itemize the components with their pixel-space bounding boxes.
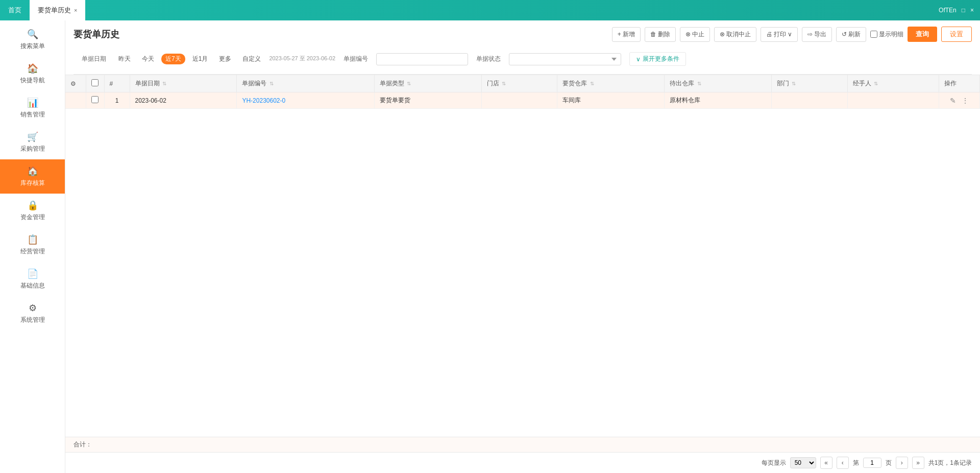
status-select[interactable] [509,53,621,65]
display-detail-checkbox[interactable] [870,31,877,38]
col-doc-type[interactable]: 单据类型 ⇅ [374,75,481,92]
date-range-display: 2023-05-27 至 2023-06-02 [269,54,335,62]
date-custom-btn[interactable]: 自定义 [238,54,265,64]
refresh-button[interactable]: ↺ 刷新 [836,27,866,42]
display-detail-label: 显示明细 [879,30,903,39]
doc-no-input[interactable] [376,53,468,65]
sales-mgmt-icon: 📊 [27,97,38,108]
sidebar: 🔍 搜索菜单 🏠 快捷导航 📊 销售管理 🛒 采购管理 🏠 库存核算 🔒 资金管… [0,20,65,473]
col-handler[interactable]: 经手人 ⇅ [847,75,939,92]
window-close-icon[interactable]: × [970,7,974,14]
ops-mgmt-icon: 📋 [27,234,38,245]
main-layout: 🔍 搜索菜单 🏠 快捷导航 📊 销售管理 🛒 采购管理 🏠 库存核算 🔒 资金管… [0,20,980,473]
next-page-button[interactable]: › [896,457,908,469]
sidebar-item-system-mgmt-label: 系统管理 [20,316,45,324]
sidebar-item-quick-nav[interactable]: 🏠 快捷导航 [0,57,65,91]
sidebar-item-system-mgmt[interactable]: ⚙ 系统管理 [0,296,65,330]
table-row: 1 2023-06-02 YH-20230602-0 要货单要货 车间库 原材料… [65,92,980,109]
sidebar-item-sales-mgmt[interactable]: 📊 销售管理 [0,91,65,125]
expand-more-button[interactable]: ∨ 展开更多条件 [629,52,686,66]
sidebar-item-search-menu[interactable]: 🔍 搜索菜单 [0,22,65,57]
row-date-cell: 2023-06-02 [130,92,237,109]
display-detail-button[interactable]: 显示明细 [870,30,903,39]
date-today-btn[interactable]: 今天 [138,54,158,64]
stop-button[interactable]: ⊗ 中止 [680,27,710,42]
sidebar-item-inventory-calc[interactable]: 🏠 库存核算 [0,159,65,194]
page-number-input[interactable] [863,458,881,468]
inventory-calc-icon: 🏠 [27,165,38,177]
date-more-btn[interactable]: 更多 [215,54,235,64]
col-department-sort-icon: ⇅ [792,81,796,86]
basic-info-icon: 📄 [27,268,38,279]
expand-more-icon: ∨ [636,56,641,63]
col-settings[interactable]: ⚙ [65,75,86,92]
tab-active-label: 要货单历史 [38,6,71,15]
row-check-cell[interactable] [86,92,104,109]
tab-list: 首页 要货单历史 × [0,0,85,20]
page-suffix: 页 [886,459,892,467]
row-doc-no-cell[interactable]: YH-20230602-0 [237,92,374,109]
col-doc-no[interactable]: 单据编号 ⇅ [237,75,374,92]
col-req-warehouse-sort-icon: ⇅ [590,81,594,86]
tab-home[interactable]: 首页 [0,0,30,20]
row-edit-icon[interactable]: ✎ [948,97,958,105]
doc-no-link[interactable]: YH-20230602-0 [242,97,285,104]
col-pending-warehouse[interactable]: 待出仓库 ⇅ [665,75,772,92]
new-button[interactable]: + 新增 [612,27,641,42]
sidebar-item-fund-mgmt[interactable]: 🔒 资金管理 [0,194,65,228]
sidebar-item-quick-nav-label: 快捷导航 [20,76,45,85]
per-page-select[interactable]: 50 20 100 200 [790,457,816,468]
sidebar-item-basic-info-label: 基础信息 [20,281,45,290]
pagination-bar: 每页显示 50 20 100 200 « ‹ 第 页 › » 共1页，1条记录 [65,452,980,473]
date-7days-btn[interactable]: 近7天 [161,54,185,64]
tab-active[interactable]: 要货单历史 × [30,0,85,20]
date-1month-btn[interactable]: 近1月 [188,54,212,64]
stop-icon: ⊗ [685,31,691,38]
print-icon: 🖨 [766,31,772,38]
cancel-stop-button-label: 取消中止 [726,30,751,39]
row-checkbox[interactable] [91,96,99,103]
page-header: 要货单历史 + 新增 🗑 删除 ⊗ 中止 ⊗ 取消中止 [65,20,980,75]
tab-home-label: 首页 [8,6,21,15]
system-mgmt-icon: ⚙ [29,302,37,314]
col-date[interactable]: 单据日期 ⇅ [130,75,237,92]
cancel-stop-icon: ⊗ [720,31,725,38]
sidebar-item-sales-mgmt-label: 销售管理 [20,110,45,119]
summary-label: 合计： [74,441,92,448]
maximize-icon[interactable]: □ [962,7,965,14]
delete-icon: 🗑 [650,31,656,38]
first-page-button[interactable]: « [820,457,832,469]
query-button[interactable]: 查询 [908,27,937,42]
delete-button-label: 删除 [658,30,670,39]
sidebar-item-purchase-mgmt[interactable]: 🛒 采购管理 [0,125,65,159]
prev-page-button[interactable]: ‹ [837,457,849,469]
date-yesterday-btn[interactable]: 昨天 [114,54,135,64]
settings-button[interactable]: 设置 [941,27,972,42]
query-button-label: 查询 [916,30,929,38]
search-menu-icon: 🔍 [27,29,38,40]
close-icon[interactable]: × [74,7,77,13]
export-button[interactable]: ⇨ 导出 [802,27,832,42]
print-button-label: 打印 [774,30,786,39]
content-area: 要货单历史 + 新增 🗑 删除 ⊗ 中止 ⊗ 取消中止 [65,20,980,473]
cancel-stop-button[interactable]: ⊗ 取消中止 [714,27,756,42]
select-all-checkbox[interactable] [91,79,99,86]
sidebar-item-ops-mgmt-label: 经营管理 [20,247,45,256]
col-store[interactable]: 门店 ⇅ [481,75,557,92]
last-page-button[interactable]: » [912,457,924,469]
doc-no-filter-label: 单据编号 [344,55,368,63]
sidebar-item-purchase-mgmt-label: 采购管理 [20,145,45,153]
row-store-cell [481,92,557,109]
col-department[interactable]: 部门 ⇅ [772,75,848,92]
col-req-warehouse[interactable]: 要货仓库 ⇅ [557,75,665,92]
sidebar-item-ops-mgmt[interactable]: 📋 经营管理 [0,228,65,262]
row-pending-warehouse-cell: 原材料仓库 [665,92,772,109]
print-button[interactable]: 🖨 打印 ∨ [761,27,798,42]
delete-button[interactable]: 🗑 删除 [645,27,676,42]
status-filter-label: 单据状态 [476,55,501,63]
col-num: # [104,75,130,92]
row-department-cell [772,92,848,109]
sidebar-item-basic-info[interactable]: 📄 基础信息 [0,262,65,296]
expand-more-label: 展开更多条件 [643,55,679,63]
row-more-icon[interactable]: ⋮ [960,97,971,105]
